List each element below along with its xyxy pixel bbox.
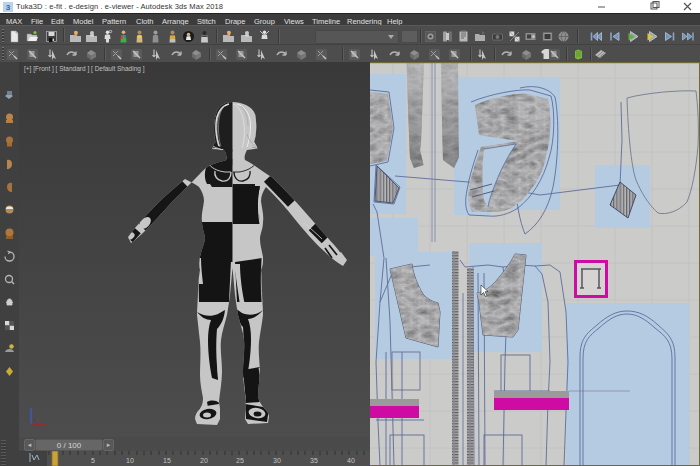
svg-text:15: 15 <box>163 457 171 464</box>
svg-text:x: x <box>35 417 38 423</box>
svg-text:25: 25 <box>236 457 244 464</box>
svg-text:40: 40 <box>347 457 355 464</box>
svg-text:20: 20 <box>200 457 208 464</box>
svg-text:10: 10 <box>126 457 134 464</box>
svg-text:30: 30 <box>273 457 281 464</box>
svg-text:5: 5 <box>91 457 95 464</box>
svg-text:3: 3 <box>6 3 11 12</box>
svg-text:35: 35 <box>310 457 318 464</box>
